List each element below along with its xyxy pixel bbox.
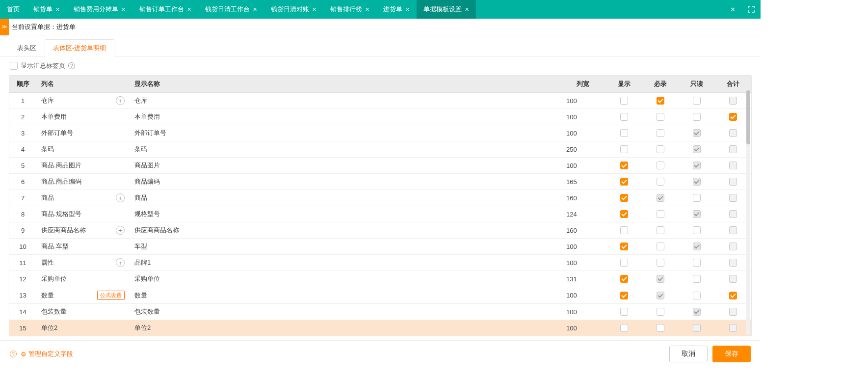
cell-disp[interactable]: 品牌1 (130, 255, 559, 271)
footer-help-icon[interactable]: ? (10, 351, 17, 357)
cell-width[interactable]: 160 (559, 190, 606, 206)
close-icon[interactable]: ✕ (312, 6, 316, 13)
checkbox[interactable] (729, 292, 737, 299)
app-tab[interactable]: 销货单✕ (26, 0, 67, 19)
table-row[interactable]: 3外部订单号外部订单号100 (9, 125, 751, 141)
checkbox[interactable] (620, 194, 628, 202)
table-row[interactable]: 2本单费用本单费用100 (9, 109, 751, 125)
checkbox[interactable] (693, 275, 701, 283)
checkbox[interactable] (620, 178, 628, 186)
table-row[interactable]: 14包装数量包装数量100 (9, 304, 751, 320)
cell-disp[interactable]: 商品 (130, 190, 559, 206)
cell-width[interactable]: 100 (559, 287, 606, 304)
checkbox[interactable] (657, 210, 664, 218)
table-row[interactable]: 6商品.商品编码商品编码165 (9, 174, 751, 190)
checkbox[interactable] (729, 113, 737, 121)
cell-width[interactable]: 250 (559, 141, 606, 158)
cell-disp[interactable]: 外部订单号 (130, 125, 559, 141)
cell-disp[interactable]: 数量 (130, 287, 559, 304)
app-tab[interactable]: 单据模板设置✕ (417, 0, 476, 19)
help-icon[interactable]: ? (68, 62, 75, 69)
checkbox[interactable] (620, 259, 628, 267)
checkbox[interactable] (620, 292, 628, 299)
close-icon[interactable]: ✕ (187, 6, 191, 13)
cell-disp[interactable]: 商品图片 (130, 158, 559, 174)
expand-icon[interactable]: ≫ (0, 19, 9, 35)
cell-disp[interactable]: 供应商商品名称 (130, 222, 559, 239)
cell-width[interactable]: 100 (559, 304, 606, 320)
checkbox[interactable] (620, 210, 628, 218)
save-button[interactable]: 保存 (712, 346, 751, 362)
cell-width[interactable]: 100 (559, 109, 606, 125)
cell-disp[interactable]: 仓库 (130, 93, 559, 109)
table-row[interactable]: 5商品.商品图片商品图片100 (9, 158, 751, 174)
cell-disp[interactable]: 单位2 (130, 320, 559, 336)
table-row[interactable]: 9供应商商品名称+供应商商品名称160 (9, 222, 751, 239)
close-all-icon[interactable]: ✕ (723, 6, 742, 13)
close-icon[interactable]: ✕ (465, 6, 469, 13)
table-row[interactable]: 4条码条码250 (9, 141, 751, 158)
cell-disp[interactable]: 车型 (130, 239, 559, 255)
table-row[interactable]: 7商品+商品160 (9, 190, 751, 206)
checkbox[interactable] (620, 275, 628, 283)
cell-disp[interactable]: 本单费用 (130, 109, 559, 125)
table-row[interactable]: 13数量公式设置数量100 (9, 287, 751, 304)
cell-width[interactable]: 100 (559, 158, 606, 174)
cell-width[interactable]: 124 (559, 206, 606, 222)
inner-tab[interactable]: 表头区 (9, 39, 45, 56)
app-tab[interactable]: 销售费用分摊单✕ (67, 0, 132, 19)
checkbox[interactable] (657, 324, 664, 332)
checkbox[interactable] (620, 162, 628, 169)
table-row[interactable]: 8商品.规格型号规格型号124 (9, 206, 751, 222)
checkbox[interactable] (693, 226, 701, 234)
cell-width[interactable]: 100 (559, 93, 606, 109)
cell-disp[interactable]: 采购单位 (130, 271, 559, 287)
close-icon[interactable]: ✕ (405, 6, 410, 13)
app-tab[interactable]: 钱货日清对账✕ (264, 0, 323, 19)
cell-width[interactable]: 165 (559, 174, 606, 190)
checkbox[interactable] (657, 145, 664, 153)
checkbox[interactable] (657, 97, 664, 105)
formula-badge[interactable]: 公式设置 (97, 291, 125, 300)
close-icon[interactable]: ✕ (55, 6, 60, 13)
app-tab[interactable]: 进货单✕ (376, 0, 417, 19)
cancel-button[interactable]: 取消 (669, 346, 708, 362)
checkbox[interactable] (620, 97, 628, 105)
close-icon[interactable]: ✕ (253, 6, 257, 13)
plus-icon[interactable]: + (116, 226, 125, 235)
checkbox[interactable] (693, 292, 701, 299)
close-icon[interactable]: ✕ (365, 6, 369, 13)
checkbox[interactable] (657, 308, 664, 316)
cell-disp[interactable]: 商品编码 (130, 174, 559, 190)
plus-icon[interactable]: + (116, 193, 125, 202)
checkbox[interactable] (657, 259, 664, 267)
app-tab[interactable]: 销售订单工作台✕ (132, 0, 198, 19)
cell-width[interactable]: 100 (559, 320, 606, 336)
checkbox[interactable] (620, 145, 628, 153)
cell-width[interactable]: 160 (559, 222, 606, 239)
checkbox[interactable] (620, 226, 628, 234)
table-row[interactable]: 15单位2单位2100 (9, 320, 751, 336)
cell-disp[interactable]: 规格型号 (130, 206, 559, 222)
checkbox[interactable] (657, 178, 664, 186)
checkbox[interactable] (620, 308, 628, 316)
manage-custom-fields-link[interactable]: 管理自定义字段 (28, 350, 73, 358)
checkbox[interactable] (693, 259, 701, 267)
summary-checkbox[interactable] (10, 62, 18, 70)
table-row[interactable]: 12采购单位采购单位131 (9, 271, 751, 287)
scrollbar[interactable] (746, 90, 750, 335)
checkbox[interactable] (620, 113, 628, 121)
checkbox[interactable] (693, 194, 701, 202)
gear-icon[interactable]: ⚙ (21, 351, 26, 358)
table-row[interactable]: 1仓库+仓库100 (9, 93, 751, 109)
close-icon[interactable]: ✕ (121, 6, 126, 13)
cell-width[interactable]: 100 (559, 125, 606, 141)
checkbox[interactable] (657, 113, 664, 121)
checkbox[interactable] (620, 324, 628, 332)
cell-width[interactable]: 100 (559, 255, 606, 271)
checkbox[interactable] (657, 162, 664, 169)
table-row[interactable]: 11属性+品牌1100 (9, 255, 751, 271)
checkbox[interactable] (657, 129, 664, 137)
fullscreen-icon[interactable] (742, 6, 761, 13)
checkbox[interactable] (657, 226, 664, 234)
